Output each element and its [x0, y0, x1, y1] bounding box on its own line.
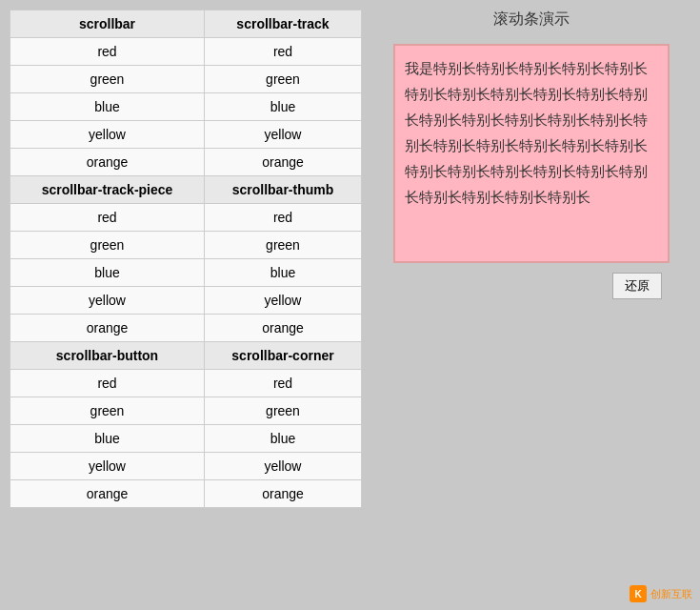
cell-red-1: red: [10, 38, 205, 66]
cell-green-5: green: [10, 397, 205, 425]
right-section: 滚动条演示 我是特别长特别长特别长特别长特别长特别长特别长特别长特别长特别长特别…: [371, 10, 690, 508]
cell-orange-6: orange: [205, 480, 362, 508]
col6-header: scrollbar-corner: [205, 342, 362, 370]
cell-orange-4: orange: [205, 315, 362, 342]
col3-header: scrollbar-track-piece: [10, 176, 205, 204]
cell-red-6: red: [205, 370, 362, 397]
cell-yellow-3: yellow: [10, 287, 205, 315]
cell-yellow-5: yellow: [10, 453, 205, 480]
table-row: blue blue: [10, 259, 362, 287]
cell-red-4: red: [205, 204, 362, 232]
cell-red-2: red: [205, 38, 362, 66]
cell-green-4: green: [205, 232, 362, 259]
cell-blue-3: blue: [10, 259, 205, 287]
cell-orange-2: orange: [205, 149, 362, 176]
cell-green-6: green: [205, 397, 362, 425]
cell-orange-1: orange: [10, 149, 205, 176]
table-row: orange orange: [10, 149, 362, 176]
col2-header: scrollbar-track: [205, 10, 362, 38]
cell-blue-4: blue: [205, 259, 362, 287]
scrollbar-table: scrollbar scrollbar-track red red green …: [10, 10, 362, 508]
table-row: yellow yellow: [10, 453, 362, 480]
logo-icon: K: [630, 585, 647, 602]
table-row: blue blue: [10, 425, 362, 453]
cell-yellow-6: yellow: [205, 453, 362, 480]
cell-red-3: red: [10, 204, 205, 232]
cell-blue-6: blue: [205, 425, 362, 453]
cell-orange-5: orange: [10, 480, 205, 508]
table-row: yellow yellow: [10, 287, 362, 315]
demo-title: 滚动条演示: [493, 10, 570, 30]
cell-green-2: green: [205, 66, 362, 93]
cell-green-3: green: [10, 232, 205, 259]
table-row: green green: [10, 232, 362, 259]
col5-header: scrollbar-button: [10, 342, 205, 370]
cell-blue-5: blue: [10, 425, 205, 453]
cell-green-1: green: [10, 66, 205, 93]
cell-yellow-4: yellow: [205, 287, 362, 315]
col1-header: scrollbar: [10, 10, 205, 38]
table-row: green green: [10, 66, 362, 93]
cell-blue-2: blue: [205, 93, 362, 121]
table-row: orange orange: [10, 315, 362, 342]
logo-area: K 创新互联: [630, 585, 692, 602]
table-section: scrollbar scrollbar-track red red green …: [10, 10, 362, 508]
main-container: scrollbar scrollbar-track red red green …: [10, 10, 690, 508]
col4-header: scrollbar-thumb: [205, 176, 362, 204]
scroll-demo-box[interactable]: 我是特别长特别长特别长特别长特别长特别长特别长特别长特别长特别长特别长特别长特别…: [393, 44, 670, 263]
table-row: green green: [10, 397, 362, 425]
cell-blue-1: blue: [10, 93, 205, 121]
table-row: orange orange: [10, 480, 362, 508]
cell-orange-3: orange: [10, 315, 205, 342]
table-row: red red: [10, 370, 362, 397]
table-row: red red: [10, 38, 362, 66]
cell-yellow-1: yellow: [10, 121, 205, 149]
table-row: yellow yellow: [10, 121, 362, 149]
table-row: red red: [10, 204, 362, 232]
cell-yellow-2: yellow: [205, 121, 362, 149]
logo-text: 创新互联: [650, 587, 692, 601]
cell-red-5: red: [10, 370, 205, 397]
table-row: blue blue: [10, 93, 362, 121]
restore-button[interactable]: 还原: [612, 273, 662, 299]
